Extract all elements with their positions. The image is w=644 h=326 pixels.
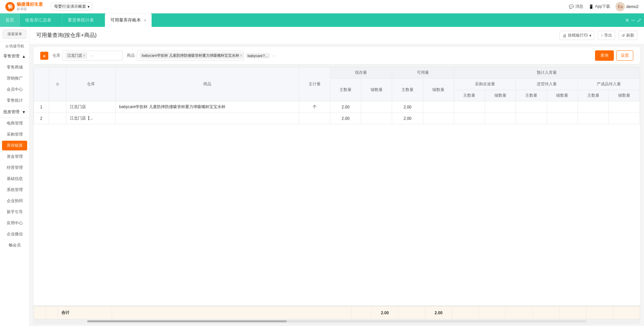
sidebar-item-operations[interactable]: 经营管理 [0, 162, 29, 173]
product-tag-1: babycare学饮杯 儿童防摔防撞吸管杯重力球吸嘴杯宝宝水杯 × [140, 52, 244, 59]
expand-icon[interactable]: ⤢ [637, 17, 641, 24]
close-tab-icon[interactable]: ✕ [625, 17, 629, 24]
col-warehouse: 仓库 [66, 67, 115, 101]
sidebar-item-marketing[interactable]: 营销推广 [0, 73, 29, 84]
col-incoming-aux: 辅数量 [547, 90, 578, 101]
home-tab[interactable]: 首页 [0, 13, 20, 27]
sidebar-item-member[interactable]: 畅会员 [0, 240, 29, 251]
table-area: ⚙ 仓库 商品 主计量 现存量 可用量 预计入库量 主数量 辅数量 主数量 [34, 67, 640, 323]
row2-no: 2 [34, 113, 49, 124]
logo-area: 畅 畅捷通好生意 标准版 [5, 2, 43, 12]
window-controls: ✕ ─ ⤢ [622, 13, 644, 27]
sidebar-item-retail-mall[interactable]: 零售商城 [0, 62, 29, 73]
horizontal-scrollbar[interactable] [34, 319, 640, 323]
more-options-icon[interactable]: ··· [89, 53, 95, 58]
col-purchase-transit: 采购在途量 [454, 79, 516, 90]
row2-inc-aux [547, 113, 578, 124]
chevron-down-icon: ▾ [88, 4, 90, 9]
sidebar-item-retail-stats[interactable]: 零售统计 [0, 95, 29, 106]
product-filter-group: 商品 babycare学饮杯 儿童防摔防撞吸管杯重力球吸嘴杯宝宝水杯 × bab… [127, 51, 244, 60]
industry-selector[interactable]: 母婴行业演示账套 ▾ [51, 3, 93, 10]
sidebar-item-basic-info[interactable]: 基础信息 [0, 173, 29, 184]
row1-inc-aux [547, 101, 578, 113]
search-menu-btn[interactable]: 搜索菜单 [3, 30, 26, 39]
sidebar-item-app-center[interactable]: 应用中心 [0, 218, 29, 229]
col-product: 商品 [116, 67, 299, 101]
app-download-btn[interactable]: 📱 App下载 [589, 4, 610, 9]
logo-icon: 畅 [5, 2, 15, 11]
sidebar-item-ecommerce[interactable]: 电商管理 [0, 118, 29, 129]
refresh-icon: ↺ [622, 33, 625, 38]
page-actions: 🖨 按模板打印 ▾ ↑ 导出 ↺ 刷新 [559, 31, 637, 40]
row1-no: 1 [34, 101, 49, 113]
filter-toggle-btn[interactable]: » [40, 52, 48, 60]
close-icon[interactable]: × [97, 18, 99, 22]
warehouse-tag: 江北门店 × [65, 52, 87, 59]
col-product-in-aux: 辅数量 [609, 90, 640, 101]
table-row: 2 江北门店【... 2.00 2.00 [34, 113, 640, 124]
tab-demand[interactable]: 要货单统计表 × [62, 13, 105, 27]
minimize-icon[interactable]: ─ [631, 17, 635, 23]
row1-stock-aux [361, 101, 392, 113]
tab-collection[interactable]: 收发存汇总表 × [20, 13, 62, 27]
row2-prod-aux [609, 113, 640, 124]
tab-inventory[interactable]: 可用量库存账本 × [105, 13, 152, 27]
chevron-down-icon: ▾ [589, 33, 591, 38]
sidebar-section-wholesale-header[interactable]: 批发管理 ▼ [0, 106, 29, 118]
row1-pur-main [454, 101, 485, 113]
sidebar-item-system[interactable]: 系统管理 [0, 184, 29, 195]
close-icon[interactable]: × [144, 18, 146, 22]
row1-product: babycare学饮杯 儿童防摔防撞吸管杯重力球吸嘴杯宝宝水杯 [116, 101, 299, 113]
nav-spacer [152, 13, 622, 27]
sidebar-item-purchase[interactable]: 采购管理 [0, 129, 29, 140]
phone-icon: 📱 [589, 4, 594, 9]
scrollbar-track [87, 320, 586, 322]
row2-stock-aux [361, 113, 392, 124]
main-layout: 搜索菜单 ◎ 快捷导航 零售管理 ▲ 零售商城 营销推广 会员中心 零售统计 [0, 27, 644, 326]
message-btn[interactable]: 💬 消息 [569, 4, 583, 9]
sidebar-item-inventory-check[interactable]: 库存核算 [2, 141, 27, 150]
logo-text-area: 畅捷通好生意 标准版 [17, 2, 43, 12]
row1-stock-main: 2.00 [330, 101, 361, 113]
setting-btn[interactable]: 设置 [616, 50, 633, 61]
remove-product-1-icon[interactable]: × [240, 54, 242, 57]
row2-pur-main [454, 113, 485, 124]
chevron-down-icon: ▼ [22, 110, 26, 114]
sidebar-item-member-center[interactable]: 会员中心 [0, 84, 29, 95]
warehouse-filter-group: 仓库 江北门店 × ··· [52, 51, 123, 60]
more-options-icon[interactable]: ··· [271, 53, 277, 58]
row2-warehouse: 江北门店【... [66, 113, 115, 124]
row2-unit [299, 113, 330, 124]
warehouse-input[interactable]: 江北门店 × ··· [62, 51, 123, 60]
scrollbar-thumb[interactable] [87, 320, 287, 322]
row2-prod-main [578, 113, 609, 124]
filter-bar: » 仓库 江北门店 × ··· 商品 babycare学饮杯 儿童防摔防撞吸管杯… [34, 47, 640, 64]
quick-nav-btn[interactable]: ◎ 快捷导航 [0, 42, 29, 51]
sidebar-item-enterprise-wx[interactable]: 企业微信 [0, 229, 29, 240]
sidebar-item-finance[interactable]: 资金管理 [0, 151, 29, 162]
compass-icon: ◎ [5, 44, 9, 48]
refresh-btn[interactable]: ↺ 刷新 [619, 31, 637, 40]
query-btn[interactable]: 查询 [595, 50, 614, 61]
row1-prod-aux [609, 101, 640, 113]
top-bar-right: 💬 消息 📱 App下载 Ea demo2 [569, 2, 639, 11]
sidebar-item-enterprise-coop[interactable]: 企业协同 [0, 195, 29, 206]
table-row: 1 江北门店 babycare学饮杯 儿童防摔防撞吸管杯重力球吸嘴杯宝宝水杯 个… [34, 101, 640, 113]
remove-warehouse-icon[interactable]: × [83, 54, 85, 57]
sidebar-item-new-guide[interactable]: 新手引导 [0, 206, 29, 218]
row1-prod-main [578, 101, 609, 113]
sidebar-section-retail-header[interactable]: 零售管理 ▲ [0, 51, 29, 62]
user-area[interactable]: Ea demo2 [615, 2, 639, 11]
row2-stock-main: 2.00 [330, 113, 361, 124]
table-wrap[interactable]: ⚙ 仓库 商品 主计量 现存量 可用量 预计入库量 主数量 辅数量 主数量 [34, 67, 640, 306]
close-icon[interactable]: × [55, 18, 57, 22]
template-print-btn[interactable]: 🖨 按模板打印 ▾ [559, 31, 594, 40]
product-input[interactable]: babycare学饮杯 儿童防摔防撞吸管杯重力球吸嘴杯宝宝水杯 × babyca… [137, 51, 244, 60]
row1-gear [49, 101, 66, 113]
col-available-group: 可用量 [392, 67, 454, 79]
row1-inc-main [516, 101, 547, 113]
user-name: demo2 [626, 4, 639, 9]
col-stock-group: 现存量 [330, 67, 392, 79]
filter-actions: 查询 设置 [595, 50, 633, 61]
export-btn[interactable]: ↑ 导出 [598, 31, 615, 40]
